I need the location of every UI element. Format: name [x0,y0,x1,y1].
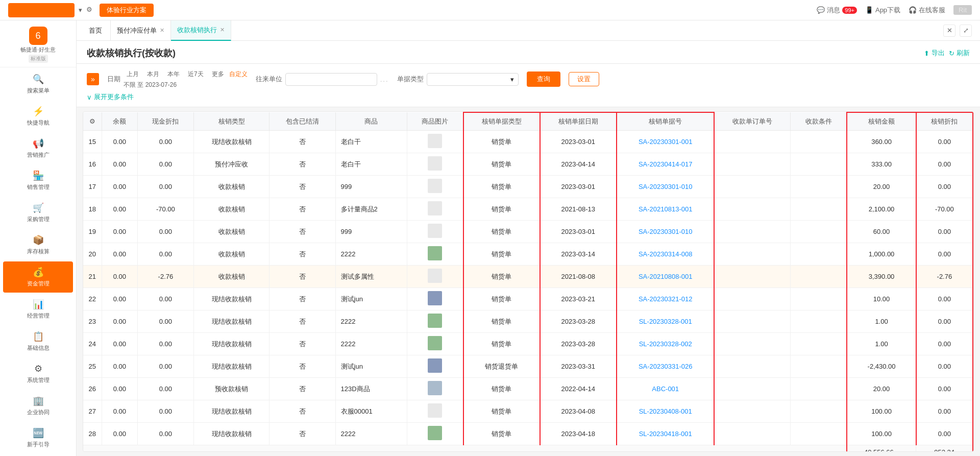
cell-receipt-order [714,310,790,333]
service-link[interactable]: 🎧 在线客服 [909,6,945,15]
tab-home[interactable]: 首页 [81,20,111,41]
cell-cancel-amount: 60.00 [847,221,916,243]
data-table: ⚙ 余额 现金折扣 核销类型 包含已结清 商品 商品图片 核销单据类型 核销单据… [83,112,973,452]
voucher-no-link[interactable]: SA-20230301-010 [639,183,693,190]
date-custom-btn[interactable]: 自定义 [229,70,248,79]
sidebar-item-search[interactable]: 🔍搜索菜单 [3,68,73,100]
voucher-no-link[interactable]: SL-20230328-002 [639,340,692,348]
cell-include-settled: 否 [270,221,335,243]
cell-product-img [407,266,463,288]
voucher-no-link[interactable]: SA-20230314-008 [639,250,693,258]
filter-row: » 日期 上月 本月 本年 近7天 更多 自定义 [87,69,970,89]
voucher-no-link[interactable]: SA-20230321-012 [639,295,693,303]
expand-label: 展开更多条件 [94,92,134,102]
voucher-no-link[interactable]: SA-20230414-017 [639,160,693,168]
dropdown-btn[interactable]: ▾ [79,6,82,14]
filter-expand-btn[interactable]: ∨ 展开更多条件 [87,92,970,102]
voucher-no-link[interactable]: SA-20230301-001 [639,138,693,146]
cell-voucher-type: 销货单 [463,198,540,221]
gear-icon[interactable]: ⚙ [86,6,95,15]
table-row: 18 0.00 -70.00 收款核销 否 多计量商品2 销货单 2021-08… [83,198,973,221]
cell-rownum: 23 [83,310,102,333]
cell-cancel-discount: 0.00 [916,176,973,198]
refresh-button[interactable]: ↻ 刷新 [949,49,970,58]
query-button[interactable]: 查询 [527,71,560,87]
promo-button[interactable]: 体验行业方案 [100,4,154,17]
voucher-no-link[interactable]: SL-20230418-001 [639,430,692,438]
sidebar-item-guide[interactable]: 🆕新手引导 [3,422,73,453]
cell-cancel-amount: 333.00 [847,153,916,176]
cell-receipt-order [714,378,790,400]
tab-close-all-btn[interactable]: ✕ [943,25,955,37]
counterparty-input[interactable] [285,73,377,86]
tab-prepay-close[interactable]: ✕ [160,27,164,34]
sidebar-item-marketing[interactable]: 📢营销推广 [3,133,73,164]
cell-product-img [407,131,463,153]
voucher-no-link[interactable]: SA-20210813-001 [639,205,693,213]
date-last-month-btn[interactable]: 上月 [124,69,142,80]
sidebar-item-corp[interactable]: 🏢企业协同 [3,390,73,421]
table-area[interactable]: ⚙ 余额 现金折扣 核销类型 包含已结清 商品 商品图片 核销单据类型 核销单据… [83,111,974,452]
sidebar-item-system[interactable]: ⚙系统管理 [3,358,73,389]
voucher-no-link[interactable]: SA-20230301-010 [639,228,693,235]
sidebar-item-basic[interactable]: 📋基础信息 [3,326,73,357]
cell-product: 123D商品 [335,378,407,400]
cell-rownum: 16 [83,153,102,176]
app-download-link[interactable]: 📱 App下载 [865,6,900,15]
cell-voucher-date: 2023-04-08 [540,400,617,423]
sidebar-item-inventory[interactable]: 📦库存核算 [3,229,73,260]
cell-product: 老白干 [335,131,407,153]
date-this-year-btn[interactable]: 本年 [164,69,183,80]
brand-logo-icon: 6 [29,27,47,45]
voucher-no-link[interactable]: SA-20210808-001 [639,273,693,280]
table-row: 17 0.00 0.00 收款核销 否 999 销货单 2023-03-01 S… [83,176,973,198]
voucher-no-link[interactable]: ABC-001 [652,385,679,393]
cell-product: 测试jun [335,288,407,310]
tab-collection[interactable]: 收款核销执行 ✕ [171,20,231,41]
col-cancel-type: 核销类型 [193,112,270,131]
cell-balance: 0.00 [102,176,138,198]
col-cash-discount: 现金折扣 [138,112,194,131]
sidebar-item-sales[interactable]: 🏪销售管理 [3,165,73,196]
page-title: 收款核销执行(按收款) [87,47,176,59]
tab-prepay[interactable]: 预付冲应付单 ✕ [111,20,171,41]
table-row: 23 0.00 0.00 现结收款核销 否 2222 销货单 2023-03-2… [83,310,973,333]
export-button[interactable]: ⬆ 导出 [924,49,945,58]
sidebar-item-business[interactable]: 📊经营管理 [3,294,73,325]
cell-cash-discount: -70.00 [138,198,194,221]
product-image [428,156,442,171]
date-7days-btn[interactable]: 近7天 [185,69,207,80]
filter-toggle-btn[interactable]: » [87,73,99,85]
cell-receipt-condition [791,310,847,333]
date-range-display: 不限 至 2023-07-26 [124,81,248,89]
tab-collection-label: 收款核销执行 [177,26,217,35]
sidebar-brand: 6 畅捷通·好生意 标准版 [0,20,76,67]
vouchertype-select[interactable]: ▾ [427,73,519,86]
message-badge: 99+ [842,7,857,14]
tab-collection-close[interactable]: ✕ [220,27,225,33]
col-voucher-date: 核销单据日期 [540,112,617,131]
sidebar-item-purchase[interactable]: 🛒采购管理 [3,197,73,228]
cell-voucher-type: 销货单 [463,153,540,176]
settings-button[interactable]: 设置 [569,72,599,86]
search-icon: 🔍 [33,74,44,85]
message-link[interactable]: 💬 消息 99+ [817,6,857,15]
guide-label: 新手引导 [27,441,50,448]
date-this-month-btn[interactable]: 本月 [144,69,162,80]
voucher-no-link[interactable]: SA-20230331-026 [639,363,693,370]
voucher-no-link[interactable]: SL-20230408-001 [639,407,692,415]
brand-edition: 标准版 [29,55,48,63]
date-more-btn[interactable]: 更多 [209,69,227,80]
filter-vouchertype-item: 单据类型 ▾ [397,73,519,86]
cell-rownum: 21 [83,266,102,288]
voucher-no-link[interactable]: SL-20230328-001 [639,318,692,325]
cell-cancel-amount: 20.00 [847,176,916,198]
sidebar-item-quicknav[interactable]: ⚡快捷导航 [3,101,73,132]
finance-label: 资金管理 [27,280,50,287]
sidebar-item-finance[interactable]: 💰资金管理 [3,261,73,293]
cell-cancel-amount: 100.00 [847,423,916,445]
cell-product-img [407,378,463,400]
guide-icon: 🆕 [33,427,44,439]
refresh-icon: ↻ [949,50,954,57]
tab-expand-btn[interactable]: ⤢ [960,25,972,37]
